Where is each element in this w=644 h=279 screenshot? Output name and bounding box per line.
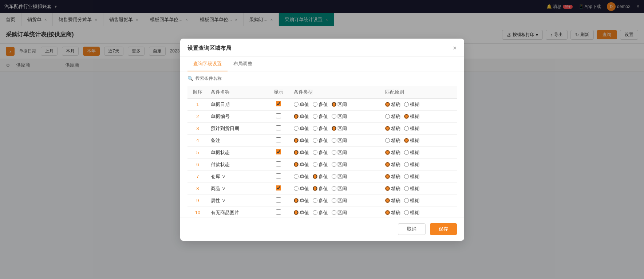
dialog-overlay: 设置查询区域布局 × 查询字段设置 布局调整 🔍 顺序 [0, 0, 644, 72]
dialog-tab-query-fields[interactable]: 查询字段设置 [187, 57, 228, 71]
dialog-header: 设置查询区域布局 × [180, 39, 464, 57]
dialog-tabs: 查询字段设置 布局调整 [180, 57, 464, 71]
dialog-close-button[interactable]: × [453, 44, 457, 52]
dialog-title: 设置查询区域布局 [187, 45, 231, 52]
settings-dialog: 设置查询区域布局 × 查询字段设置 布局调整 🔍 顺序 [180, 39, 464, 72]
dialog-tab-query-fields-label: 查询字段设置 [193, 61, 222, 66]
dialog-search-area: 🔍 [180, 71, 464, 72]
dialog-tab-layout-label: 布局调整 [233, 61, 252, 66]
dialog-tab-layout[interactable]: 布局调整 [228, 57, 258, 71]
